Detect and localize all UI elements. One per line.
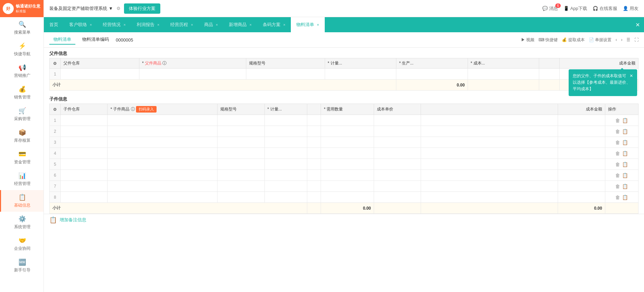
try-solution-button[interactable]: 体验行业方案: [124, 3, 160, 14]
parent-row-1-produce[interactable]: [396, 69, 468, 80]
child-row-6-product[interactable]: [108, 170, 218, 181]
child-row-5-price[interactable]: [374, 159, 421, 170]
child-row-4-delete-icon[interactable]: 🗑: [615, 151, 620, 156]
child-row-4-warehouse[interactable]: [61, 148, 108, 159]
child-row-8-qty[interactable]: [321, 192, 374, 203]
tab-barcode-close[interactable]: ×: [283, 23, 285, 27]
child-row-8-price[interactable]: [374, 192, 421, 203]
sidebar-item-enterprise[interactable]: 🤝 企业协同: [0, 233, 44, 255]
child-row-7-delete-icon[interactable]: 🗑: [615, 184, 620, 189]
child-row-7-unit[interactable]: [264, 181, 307, 192]
child-row-3-copy-icon[interactable]: 📋: [622, 140, 628, 145]
child-row-3-price[interactable]: [374, 137, 421, 148]
tab-history[interactable]: 经营历程 ×: [165, 17, 198, 32]
child-row-2-price[interactable]: [374, 126, 421, 137]
tab-customer[interactable]: 客户联络 ×: [64, 17, 97, 32]
tab-customer-close[interactable]: ×: [90, 23, 92, 27]
doc-settings-button[interactable]: 📄 单据设置: [589, 37, 611, 43]
sidebar-item-search[interactable]: 🔍 搜索菜单: [0, 17, 44, 39]
tooltip-close-button[interactable]: ✕: [630, 73, 633, 79]
system-selector[interactable]: 装备及固定资产辅助管理系统 ▼: [49, 5, 113, 12]
child-row-4-product[interactable]: [108, 148, 218, 159]
tab-goods-close[interactable]: ×: [216, 23, 218, 27]
child-row-1-delete-icon[interactable]: 🗑: [615, 118, 620, 123]
next-button[interactable]: ›: [621, 37, 622, 42]
child-row-2-warehouse[interactable]: [61, 126, 108, 137]
child-row-7-qty[interactable]: [321, 181, 374, 192]
scan-input-button[interactable]: 扫码录入: [136, 106, 157, 113]
child-th-gear[interactable]: ⚙: [50, 104, 61, 115]
child-row-2-product[interactable]: [108, 126, 218, 137]
menu-button[interactable]: ☰: [627, 37, 630, 42]
tab-goods[interactable]: 商品 ×: [199, 17, 223, 32]
child-row-6-spec[interactable]: [218, 170, 264, 181]
child-row-8-copy-icon[interactable]: 📋: [622, 195, 628, 200]
child-row-5-unit[interactable]: [264, 159, 307, 170]
child-row-6-price[interactable]: [374, 170, 421, 181]
prev-button[interactable]: ‹: [616, 37, 617, 42]
tab-profit-close[interactable]: ×: [157, 23, 159, 27]
extract-cost-button[interactable]: 💰 提取成本: [562, 37, 584, 43]
child-row-5-qty[interactable]: [321, 159, 374, 170]
sidebar-item-quick-nav[interactable]: ⚡ 快捷导航: [0, 39, 44, 60]
tab-bom-close[interactable]: ×: [317, 23, 319, 27]
child-row-7-price[interactable]: [374, 181, 421, 192]
child-row-6-warehouse[interactable]: [61, 170, 108, 181]
child-row-8-delete-icon[interactable]: 🗑: [615, 195, 620, 200]
child-row-6-copy-icon[interactable]: 📋: [622, 173, 628, 178]
child-row-4-qty[interactable]: [321, 148, 374, 159]
child-row-1-qty[interactable]: [321, 115, 374, 126]
video-button[interactable]: ▶ 视频: [521, 37, 534, 43]
child-row-5-spec[interactable]: [218, 159, 264, 170]
parent-row-1-spec[interactable]: [246, 69, 325, 80]
add-note-label[interactable]: 增加备注信息: [60, 217, 86, 223]
child-row-3-unit[interactable]: [264, 137, 307, 148]
child-row-5-product[interactable]: [108, 159, 218, 170]
child-row-1-spec[interactable]: [218, 115, 264, 126]
child-row-5-delete-icon[interactable]: 🗑: [615, 162, 620, 167]
child-row-6-unit[interactable]: [264, 170, 307, 181]
child-row-6-delete-icon[interactable]: 🗑: [615, 173, 620, 178]
sidebar-item-system[interactable]: ⚙️ 系统管理: [0, 212, 44, 233]
sidebar-item-marketing[interactable]: 📢 营销推广: [0, 60, 44, 82]
sidebar-item-basic[interactable]: 📋 基础信息: [0, 190, 44, 212]
child-row-3-qty[interactable]: [321, 137, 374, 148]
child-row-7-warehouse[interactable]: [61, 181, 108, 192]
parent-th-gear[interactable]: ⚙: [50, 58, 61, 69]
tab-barcode[interactable]: 条码方案 ×: [257, 17, 291, 32]
child-row-1-product[interactable]: [108, 115, 218, 126]
child-row-3-warehouse[interactable]: [61, 137, 108, 148]
sidebar-item-finance[interactable]: 💳 资金管理: [0, 147, 44, 168]
child-row-8-unit[interactable]: [264, 192, 307, 203]
tab-profit[interactable]: 利润报告 ×: [131, 17, 165, 32]
child-row-4-unit[interactable]: [264, 148, 307, 159]
child-row-2-unit[interactable]: [264, 126, 307, 137]
tab-history-close[interactable]: ×: [191, 23, 193, 27]
child-row-8-product[interactable]: [108, 192, 218, 203]
child-row-1-copy-icon[interactable]: 📋: [622, 118, 628, 123]
tab-new-goods[interactable]: 新增商品 ×: [223, 17, 257, 32]
fullscreen-button[interactable]: ⛶: [634, 37, 639, 42]
message-button[interactable]: 💬 6 消息: [542, 5, 558, 12]
user-button[interactable]: 👤 用友: [623, 5, 639, 12]
child-row-5-copy-icon[interactable]: 📋: [622, 162, 628, 167]
settings-icon[interactable]: ⚙: [116, 6, 121, 11]
tab-new-goods-close[interactable]: ×: [249, 23, 251, 27]
child-row-7-spec[interactable]: [218, 181, 264, 192]
child-row-2-spec[interactable]: [218, 126, 264, 137]
tab-operation-status-close[interactable]: ×: [123, 23, 125, 27]
subheader-tab-bom[interactable]: 物料清单: [49, 35, 75, 45]
child-row-7-product[interactable]: [108, 181, 218, 192]
child-row-3-spec[interactable]: [218, 137, 264, 148]
close-all-tabs-button[interactable]: ✕: [631, 22, 644, 28]
child-row-3-product[interactable]: [108, 137, 218, 148]
child-row-8-warehouse[interactable]: [61, 192, 108, 203]
child-row-8-spec[interactable]: [218, 192, 264, 203]
child-row-1-price[interactable]: [374, 115, 421, 126]
child-row-1-unit[interactable]: [264, 115, 307, 126]
tab-operation-status[interactable]: 经营情况 ×: [97, 17, 131, 32]
sidebar-item-sales[interactable]: 💰 销售管理: [0, 82, 44, 104]
subheader-tab-code[interactable]: 物料清单编码: [78, 35, 113, 45]
app-download-button[interactable]: 📱 App下载: [564, 5, 587, 12]
child-row-7-copy-icon[interactable]: 📋: [622, 184, 628, 189]
